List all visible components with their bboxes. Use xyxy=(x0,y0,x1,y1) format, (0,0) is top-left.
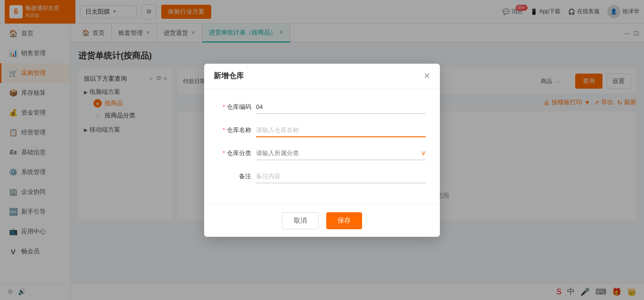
warehouse-code-input[interactable] xyxy=(256,100,426,114)
save-button[interactable]: 保存 xyxy=(326,212,362,229)
modal-overlay: 新增仓库 ✕ * 仓库编码 * 仓库名称 xyxy=(0,0,644,300)
warehouse-name-input[interactable] xyxy=(256,124,426,137)
dialog-footer: 取消 保存 xyxy=(204,204,440,237)
note-label: 备注 xyxy=(218,172,256,181)
code-label: * 仓库编码 xyxy=(218,103,256,111)
dialog-header: 新增仓库 ✕ xyxy=(204,64,440,89)
form-row-category: * 仓库分类 ∨ xyxy=(218,147,426,160)
form-row-note: 备注 xyxy=(218,170,426,183)
dialog-close-button[interactable]: ✕ xyxy=(423,72,430,80)
form-row-name: * 仓库名称 xyxy=(218,124,426,137)
note-input[interactable] xyxy=(256,170,426,183)
name-label: * 仓库名称 xyxy=(218,126,256,134)
dialog-body: * 仓库编码 * 仓库名称 * 仓库分类 xyxy=(204,89,440,204)
category-input[interactable] xyxy=(256,147,421,159)
form-row-code: * 仓库编码 xyxy=(218,100,426,114)
category-label: * 仓库分类 xyxy=(218,149,256,158)
add-warehouse-dialog: 新增仓库 ✕ * 仓库编码 * 仓库名称 xyxy=(204,64,440,237)
dialog-title: 新增仓库 xyxy=(214,71,244,81)
cancel-button[interactable]: 取消 xyxy=(282,212,319,229)
category-select-row: ∨ xyxy=(256,147,426,160)
category-dropdown-icon[interactable]: ∨ xyxy=(421,149,426,157)
